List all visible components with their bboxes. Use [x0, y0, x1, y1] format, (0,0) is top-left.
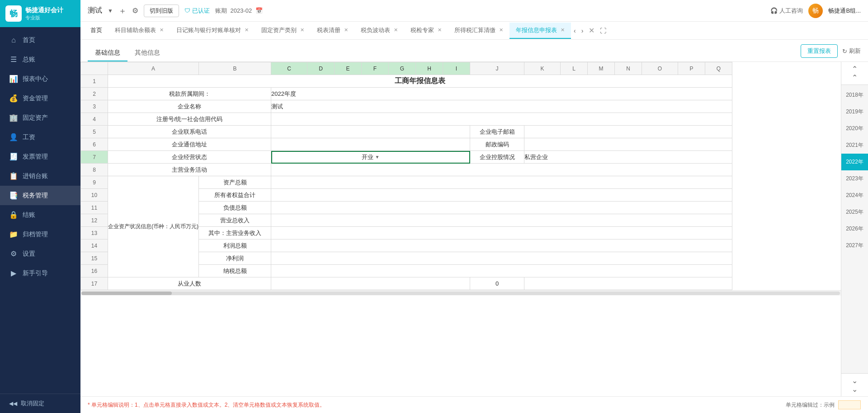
cell-14-value[interactable]: [271, 239, 732, 252]
tab-next-button[interactable]: ›: [579, 25, 586, 36]
tab-home[interactable]: 首页: [84, 23, 108, 39]
cell-title[interactable]: 工商年报信息表: [108, 75, 732, 88]
cell-17-val2[interactable]: [524, 277, 732, 290]
switch-version-button[interactable]: 切到旧版: [144, 5, 179, 17]
tab-tax-settle-close[interactable]: ✕: [499, 27, 503, 33]
cell-6-addr[interactable]: [271, 138, 470, 151]
sidebar-item-home[interactable]: ⌂ 首页: [0, 31, 80, 50]
cell-17-zero[interactable]: 0: [470, 277, 524, 290]
col-header-G[interactable]: G: [389, 62, 416, 75]
cell-7-status[interactable]: 开业 ▼: [271, 151, 470, 164]
col-header-L[interactable]: L: [561, 62, 588, 75]
col-header-B[interactable]: B: [199, 62, 271, 75]
cell-3-value[interactable]: 测试: [271, 100, 732, 113]
col-header-F[interactable]: F: [362, 62, 389, 75]
topbar-gear-icon[interactable]: ⚙: [132, 6, 138, 15]
cell-11-value[interactable]: [271, 202, 732, 214]
topbar-add-button[interactable]: ＋: [118, 5, 127, 16]
tab-tax-expert[interactable]: 税检专家 ✕: [404, 23, 448, 39]
tab-aux[interactable]: 科目辅助余额表 ✕: [108, 23, 170, 39]
tab-fixed-asset[interactable]: 固定资产类别 ✕: [255, 23, 311, 39]
col-header-A[interactable]: A: [108, 62, 199, 75]
year-item-2020[interactable]: 2020年: [841, 120, 868, 137]
tab-annual[interactable]: 年报信息申报表 ✕: [509, 23, 571, 39]
col-header-J[interactable]: J: [470, 62, 524, 75]
col-header-D[interactable]: D: [307, 62, 335, 75]
sub-tab-basic[interactable]: 基础信息: [88, 45, 127, 61]
hscroll-thumb[interactable]: [81, 291, 172, 295]
sidebar-item-archive[interactable]: 📁 归档管理: [0, 225, 80, 244]
year-item-2022[interactable]: 2022年: [841, 154, 868, 170]
year-item-2023[interactable]: 2023年: [841, 170, 868, 187]
col-header-O[interactable]: O: [642, 62, 678, 75]
sidebar-item-settings[interactable]: ⚙ 设置: [0, 244, 80, 263]
tab-journal-close[interactable]: ✕: [245, 27, 249, 33]
col-header-M[interactable]: M: [588, 62, 615, 75]
year-item-2026[interactable]: 2026年: [841, 221, 868, 237]
col-header-P[interactable]: P: [678, 62, 705, 75]
sidebar-item-fixed[interactable]: 🏢 固定资产: [0, 108, 80, 127]
tab-tax-form[interactable]: 税表清册 ✕: [311, 23, 354, 39]
hscroll-track[interactable]: [81, 291, 840, 295]
row-num-14: 14: [81, 239, 108, 252]
year-item-2019[interactable]: 2019年: [841, 103, 868, 120]
topbar-dropdown[interactable]: ▼: [108, 8, 113, 14]
sidebar-item-fund[interactable]: 💰 资金管理: [0, 89, 80, 108]
year-item-2024[interactable]: 2024年: [841, 187, 868, 204]
col-header-C[interactable]: C: [271, 62, 307, 75]
service-button[interactable]: 🎧 人工咨询: [770, 7, 803, 15]
col-header-N[interactable]: N: [615, 62, 642, 75]
col-header-I[interactable]: I: [443, 62, 470, 75]
year-item-2018[interactable]: 2018年: [841, 87, 868, 103]
sidebar-item-purchase[interactable]: 📋 进销台账: [0, 166, 80, 186]
sidebar-pin-button[interactable]: ◀◀ 取消固定: [0, 394, 80, 413]
cell-10-value[interactable]: [271, 189, 732, 202]
sidebar-item-invoice[interactable]: 🧾 发票管理: [0, 147, 80, 166]
tab-tax-expert-close[interactable]: ✕: [438, 27, 442, 33]
spreadsheet-container[interactable]: A B C D E F G H I J K L: [80, 62, 841, 396]
sidebar-item-tax[interactable]: 📑 税务管理: [0, 186, 80, 205]
tab-prev-button[interactable]: ‹: [571, 25, 579, 36]
tab-tax-wave-close[interactable]: ✕: [394, 27, 398, 33]
cell-5-phone[interactable]: [271, 126, 470, 138]
year-nav-up-button[interactable]: ⌃⌃: [841, 62, 868, 85]
year-nav-down-button[interactable]: ⌄⌄: [841, 373, 868, 396]
tab-fixed-asset-close[interactable]: ✕: [300, 27, 304, 33]
cell-7-holding[interactable]: 私营企业: [524, 151, 732, 164]
cell-6-zip[interactable]: [524, 138, 732, 151]
cell-13-value[interactable]: [271, 227, 732, 239]
tab-journal[interactable]: 日记账与银行对账单核对 ✕: [170, 23, 255, 39]
cell-4-value[interactable]: [271, 113, 732, 126]
cell-5-email[interactable]: [524, 126, 732, 138]
tab-tax-form-close[interactable]: ✕: [344, 27, 348, 33]
col-header-E[interactable]: E: [335, 62, 362, 75]
sidebar-item-report[interactable]: 📊 报表中心: [0, 69, 80, 89]
col-header-K[interactable]: K: [524, 62, 561, 75]
cell-9-value[interactable]: [271, 176, 732, 189]
col-header-H[interactable]: H: [416, 62, 443, 75]
tab-expand-button[interactable]: ⛶: [597, 25, 609, 36]
cell-8-value[interactable]: [271, 164, 732, 176]
year-item-2027[interactable]: 2027年: [841, 237, 868, 254]
sidebar-item-close[interactable]: 🔒 结账: [0, 205, 80, 225]
cell-16-value[interactable]: [271, 265, 732, 277]
tab-tax-settle[interactable]: 所得税汇算清缴 ✕: [448, 23, 509, 39]
horizontal-scrollbar[interactable]: [80, 290, 841, 296]
reset-button[interactable]: 重置报表: [801, 44, 838, 58]
sidebar-item-wage[interactable]: 👤 工资: [0, 127, 80, 147]
sidebar-item-guide[interactable]: ▶ 新手引导: [0, 263, 80, 283]
sidebar-item-ledger[interactable]: ☰ 总账: [0, 50, 80, 69]
tab-aux-close[interactable]: ✕: [160, 27, 164, 33]
refresh-button[interactable]: ↻ 刷新: [842, 47, 861, 55]
cell-12-value[interactable]: [271, 214, 732, 227]
tab-tax-wave[interactable]: 税负波动表 ✕: [354, 23, 404, 39]
cell-17-val1[interactable]: [271, 277, 470, 290]
sub-tab-other[interactable]: 其他信息: [127, 45, 167, 61]
col-header-Q[interactable]: Q: [705, 62, 732, 75]
year-item-2025[interactable]: 2025年: [841, 204, 868, 221]
cell-15-value[interactable]: [271, 252, 732, 265]
tab-close-all-button[interactable]: ✕: [586, 24, 597, 37]
tab-annual-close[interactable]: ✕: [561, 27, 565, 33]
year-item-2021[interactable]: 2021年: [841, 137, 868, 154]
cell-2-value[interactable]: 2022年度: [271, 88, 732, 100]
